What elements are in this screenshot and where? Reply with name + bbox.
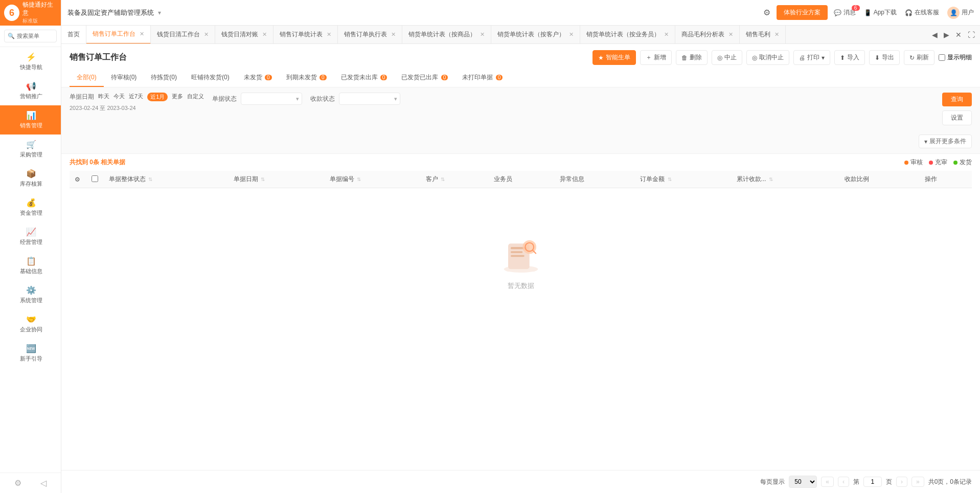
payment-select[interactable] <box>339 93 400 105</box>
tab-goods-stats-customer[interactable]: 销货单统计表（按客户） ✕ <box>491 26 580 44</box>
sidebar-item-finance[interactable]: 💰 资金管理 <box>0 193 61 222</box>
col-amount[interactable]: 订单金额 ⇅ <box>635 171 731 188</box>
sidebar-item-purchase[interactable]: 🛒 采购管理 <box>0 135 61 164</box>
import-button[interactable]: ⬆ 导入 <box>834 50 865 65</box>
add-button[interactable]: ＋ 新增 <box>640 50 672 65</box>
subtab-shipped-not-out[interactable]: 已发货未出库 0 <box>334 69 395 87</box>
sidebar-collapse-button[interactable]: ◁ <box>40 478 47 488</box>
next-page-button[interactable]: › <box>896 477 907 487</box>
page-number-input[interactable] <box>863 477 882 487</box>
tab-nav-prev[interactable]: ◀ <box>930 30 940 40</box>
date-opt-custom[interactable]: 自定义 <box>187 93 204 101</box>
review-action[interactable]: 审核 <box>904 158 923 167</box>
date-opt-yesterday[interactable]: 昨天 <box>98 93 109 101</box>
select-all-checkbox[interactable] <box>92 175 98 182</box>
date-opt-today[interactable]: 今天 <box>113 93 125 101</box>
search-menu-button[interactable]: 🔍 搜索菜单 <box>4 30 57 42</box>
tab-home[interactable]: 首页 <box>61 26 86 44</box>
show-detail-input[interactable] <box>939 54 945 61</box>
tab-nav-next[interactable]: ▶ <box>942 30 951 40</box>
tab-close-all[interactable]: ✕ <box>953 30 964 40</box>
tab-maximize[interactable]: ⛶ <box>966 30 977 40</box>
refresh-button[interactable]: ↻ 刷新 <box>904 50 935 65</box>
tab-goods-margin[interactable]: 商品毛利分析表 ✕ <box>675 26 740 44</box>
tab-sales-stats-close[interactable]: ✕ <box>327 31 331 38</box>
tab-goods-stats-staff[interactable]: 销货单统计表（按业务员） ✕ <box>580 26 675 44</box>
expand-filter-button[interactable]: ▾ 展开更多条件 <box>919 135 972 148</box>
tab-home-label: 首页 <box>67 30 80 39</box>
page-size-select[interactable]: 10 20 50 100 <box>789 476 817 488</box>
subtab-shipped-out-label: 已发货已出库 <box>401 74 438 81</box>
prev-page-button[interactable]: ‹ <box>838 477 849 487</box>
show-detail-checkbox[interactable]: 显示明细 <box>939 53 972 62</box>
tab-goods-stats-staff-close[interactable]: ✕ <box>664 31 669 38</box>
subtab-not-printed[interactable]: 未打印单据 0 <box>455 69 510 87</box>
date-opt-more[interactable]: 更多 <box>172 93 183 101</box>
sidebar-settings-button[interactable]: ⚙ <box>14 478 21 488</box>
delete-button[interactable]: 🗑 删除 <box>676 50 708 65</box>
tab-cash-daily-close[interactable]: ✕ <box>204 31 209 38</box>
tab-goods-margin-close[interactable]: ✕ <box>728 31 733 38</box>
tab-goods-stats-customer-close[interactable]: ✕ <box>569 31 574 38</box>
last-page-button[interactable]: » <box>911 477 924 487</box>
sidebar-item-basic[interactable]: 📋 基础信息 <box>0 251 61 280</box>
col-settings[interactable]: ⚙ <box>70 171 85 188</box>
tab-cash-reconcile[interactable]: 钱货日清对账 ✕ <box>215 26 274 44</box>
tab-cash-daily[interactable]: 钱货日清工作台 ✕ <box>151 26 215 44</box>
tab-sales-exec[interactable]: 销售订单执行表 ✕ <box>338 26 402 44</box>
message-button[interactable]: 💬 消息 6 <box>834 8 856 17</box>
smart-create-button[interactable]: ★ 智能生单 <box>592 50 636 65</box>
sidebar-item-cooperation[interactable]: 🤝 企业协同 <box>0 309 61 339</box>
subtab-pending-inspect[interactable]: 待拣货(0) <box>144 69 184 87</box>
stop-button[interactable]: ◎ 中止 <box>712 50 742 65</box>
col-number[interactable]: 单据编号 ⇅ <box>325 171 421 188</box>
date-opt-1month[interactable]: 近1月 <box>147 93 168 101</box>
tab-sales-workbench-close[interactable]: ✕ <box>140 31 144 37</box>
tab-sales-workbench[interactable]: 销售订单工作台 ✕ <box>86 26 151 44</box>
col-checkbox[interactable] <box>85 171 104 188</box>
topbar-settings-button[interactable]: ⚙ <box>763 8 770 17</box>
svg-rect-4 <box>511 255 525 257</box>
subtab-expired-not-shipped[interactable]: 到期未发货 0 <box>279 69 334 87</box>
subtab-not-shipped[interactable]: 未发货 0 <box>237 69 279 87</box>
col-collected[interactable]: 累计收款... ⇅ <box>732 171 839 188</box>
sidebar-item-marketing[interactable]: 📢 营销推广 <box>0 76 61 105</box>
query-actions: 查询 设置 <box>942 93 972 125</box>
app-download-button[interactable]: 📱 App下载 <box>864 8 897 17</box>
set-button[interactable]: 设置 <box>942 110 972 125</box>
tab-sales-tab-more[interactable]: 销售毛利 ✕ <box>740 26 786 44</box>
subtab-shipped-out[interactable]: 已发货已出库 0 <box>394 69 455 87</box>
sidebar-item-guide[interactable]: 🆕 新手引导 <box>0 339 61 368</box>
sidebar-item-quick-nav[interactable]: ⚡ 快捷导航 <box>0 47 61 76</box>
export-button[interactable]: ⬇ 导出 <box>869 50 900 65</box>
col-action: 操作 <box>920 171 972 188</box>
tab-sales-stats[interactable]: 销售订单统计表 ✕ <box>274 26 338 44</box>
query-button[interactable]: 查询 <box>942 93 972 106</box>
tab-cash-reconcile-close[interactable]: ✕ <box>262 31 267 38</box>
sidebar-item-system[interactable]: ⚙️ 系统管理 <box>0 280 61 309</box>
col-customer[interactable]: 客户 ⇅ <box>421 171 489 188</box>
revoke-action[interactable]: 充审 <box>929 158 947 167</box>
sidebar-item-operation[interactable]: 📈 经营管理 <box>0 222 61 251</box>
sidebar-item-sales[interactable]: 📊 销售管理 <box>0 105 61 135</box>
tab-sales-tab-more-close[interactable]: ✕ <box>774 31 779 38</box>
ship-action[interactable]: 发货 <box>953 158 972 167</box>
cancel-stop-button[interactable]: ◎ 取消中止 <box>746 50 789 65</box>
tab-goods-stats-product[interactable]: 销货单统计表（按商品） ✕ <box>402 26 491 44</box>
logo-name: 畅捷通好生意 <box>22 1 57 17</box>
date-opt-7days[interactable]: 近7天 <box>129 93 143 101</box>
user-menu-button[interactable]: 👤 用户 <box>947 7 974 19</box>
col-date[interactable]: 单据日期 ⇅ <box>229 171 325 188</box>
subtab-pending-review[interactable]: 待审核(0) <box>104 69 144 87</box>
subtab-wangpu[interactable]: 旺铺待发货(0) <box>184 69 237 87</box>
print-button[interactable]: 🖨 打印 ▾ <box>793 50 830 65</box>
first-page-button[interactable]: « <box>821 477 834 487</box>
subtab-all[interactable]: 全部(0) <box>70 69 104 87</box>
status-select[interactable] <box>241 93 302 105</box>
industry-solution-button[interactable]: 体验行业方案 <box>777 5 828 20</box>
tab-goods-stats-product-close[interactable]: ✕ <box>480 31 485 38</box>
online-support-button[interactable]: 🎧 在线客服 <box>905 8 939 17</box>
sidebar-item-inventory[interactable]: 📦 库存核算 <box>0 164 61 193</box>
tab-sales-exec-close[interactable]: ✕ <box>391 31 396 38</box>
topbar-title-arrow: ▾ <box>158 9 161 16</box>
